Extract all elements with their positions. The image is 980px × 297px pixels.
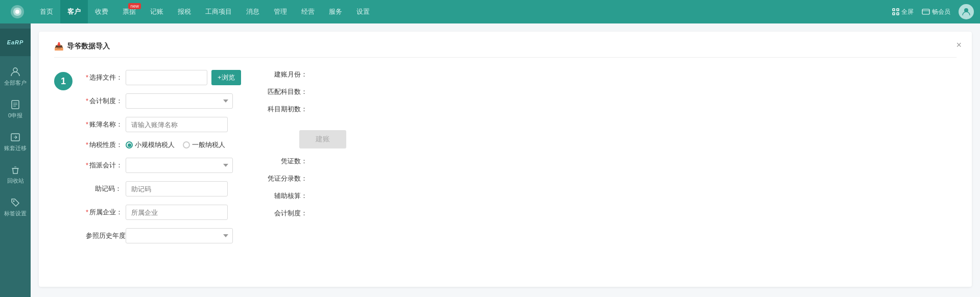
svg-point-11	[13, 201, 15, 202]
panel-header: 📥 导爷数据导入	[54, 42, 957, 58]
left-section: 1 *选择文件： +浏览	[54, 70, 241, 243]
step-indicator: 1	[54, 72, 73, 90]
memo-label: 助记码：	[86, 184, 122, 193]
nav-services[interactable]: 服务	[322, 0, 349, 23]
file-row: *选择文件： +浏览	[86, 70, 241, 85]
memo-row: 助记码：	[86, 181, 241, 196]
match-subjects-row: 匹配科目数：	[261, 87, 384, 96]
tax-type-general[interactable]: 一般纳税人	[183, 140, 225, 150]
ledger-name-label: *账簿名称：	[86, 120, 122, 129]
topbar-right: 全屏 畅会员	[892, 4, 974, 19]
sidebar-label-account-migrate: 账套迁移	[4, 144, 27, 152]
nav-messages[interactable]: 消息	[239, 0, 267, 23]
company-input[interactable]	[126, 205, 228, 220]
sidebar-label-tag-settings: 标签设置	[4, 210, 27, 217]
assign-accountant-label: *指派会计：	[86, 161, 122, 170]
sidebar-label-all-customers: 全部客户	[4, 79, 27, 87]
sidebar-item-recycle[interactable]: 回收站	[0, 159, 31, 190]
svg-rect-4	[893, 13, 895, 15]
auxiliary-label: 辅助核算：	[261, 191, 307, 201]
accounting-system-label: *会计制度：	[86, 96, 122, 106]
svg-rect-2	[893, 9, 895, 11]
svg-rect-6	[922, 9, 929, 14]
sidebar-item-tag-settings[interactable]: 标签设置	[0, 192, 31, 222]
file-label: *选择文件：	[86, 73, 122, 82]
build-month-label: 建账月份：	[261, 70, 307, 79]
panel-header-icon: 📥	[54, 42, 64, 51]
nav-settings[interactable]: 设置	[349, 0, 377, 23]
assign-accountant-row: *指派会计：	[86, 158, 241, 173]
svg-rect-5	[897, 13, 899, 15]
ledger-name-input[interactable]	[126, 117, 228, 132]
form-fields: *选择文件： +浏览 *会计制度：	[86, 70, 241, 243]
nav-accounts[interactable]: 记账	[143, 0, 171, 23]
nav-customers[interactable]: 客户	[60, 0, 88, 23]
vip-label: 畅会员	[932, 8, 950, 16]
logo	[6, 1, 29, 23]
ref-history-select[interactable]	[126, 228, 233, 243]
nav-invoice[interactable]: 票据 new	[115, 0, 143, 23]
ref-history-row: 参照历史年度：	[86, 228, 241, 243]
create-btn-row: 建账	[261, 126, 384, 148]
vouchers-row: 凭证数：	[261, 157, 384, 166]
memo-input[interactable]	[126, 181, 228, 196]
nav-operations[interactable]: 经营	[294, 0, 322, 23]
nav-home[interactable]: 首页	[33, 0, 60, 23]
right-section: 建账月份： 匹配科目数： 科目期初数： 建账	[261, 70, 384, 243]
svg-point-8	[13, 68, 17, 72]
radio-general-dot	[183, 141, 190, 148]
topbar: 首页 客户 收费 票据 new 记账 报税 工商项目 消息 管理 经营 服务 设…	[0, 0, 980, 23]
nav-items: 首页 客户 收费 票据 new 记账 报税 工商项目 消息 管理 经营 服务 设…	[33, 0, 892, 23]
auxiliary-row: 辅助核算：	[261, 191, 384, 201]
file-input[interactable]	[126, 70, 207, 85]
content: 📥 导爷数据导入 × 1 *选择文件：	[31, 23, 980, 297]
tax-type-small[interactable]: 小规模纳税人	[126, 140, 175, 150]
fullscreen-btn[interactable]: 全屏	[892, 8, 914, 16]
main-layout: EaRP 全部客户 0申报 账套迁移	[0, 23, 980, 297]
voucher-entries-label: 凭证分录数：	[261, 174, 307, 183]
tax-type-radio-group: 小规模纳税人 一般纳税人	[126, 140, 225, 150]
nav-tax[interactable]: 报税	[171, 0, 198, 23]
sidebar-label-recycle: 回收站	[7, 177, 24, 185]
ref-history-label: 参照历史年度：	[86, 231, 122, 240]
sidebar-item-all-customers[interactable]: 全部客户	[0, 61, 31, 92]
sidebar-logo: EaRP	[0, 29, 31, 56]
tax-type-row: *纳税性质： 小规模纳税人 一般纳税人	[86, 140, 241, 150]
initial-subjects-label: 科目期初数：	[261, 105, 307, 114]
vip-btn[interactable]: 畅会员	[922, 8, 950, 16]
create-account-button[interactable]: 建账	[299, 130, 346, 148]
nav-invoice-badge: new	[128, 3, 141, 9]
company-label: *所属企业：	[86, 208, 122, 217]
ledger-name-row: *账簿名称：	[86, 117, 241, 132]
vouchers-label: 凭证数：	[261, 157, 307, 166]
initial-subjects-row: 科目期初数：	[261, 105, 384, 114]
nav-billing[interactable]: 收费	[88, 0, 115, 23]
browse-button[interactable]: +浏览	[211, 70, 241, 85]
company-row: *所属企业：	[86, 205, 241, 220]
panel-title: 导爷数据导入	[67, 42, 110, 51]
assign-accountant-select[interactable]	[126, 158, 233, 173]
import-panel: 📥 导爷数据导入 × 1 *选择文件：	[39, 32, 972, 287]
build-month-row: 建账月份：	[261, 70, 384, 79]
fullscreen-label: 全屏	[901, 8, 914, 16]
form-layout: 1 *选择文件： +浏览	[54, 70, 957, 243]
close-button[interactable]: ×	[956, 40, 962, 51]
voucher-entries-row: 凭证分录数：	[261, 174, 384, 183]
right-accounting-system-row: 会计制度：	[261, 209, 384, 218]
sidebar-label-declaration: 0申报	[8, 112, 22, 119]
svg-rect-3	[897, 9, 899, 11]
svg-point-1	[15, 10, 19, 14]
nav-bizproject[interactable]: 工商项目	[198, 0, 239, 23]
user-avatar[interactable]	[959, 4, 974, 19]
radio-small-dot	[126, 141, 133, 148]
sidebar: EaRP 全部客户 0申报 账套迁移	[0, 23, 31, 297]
sidebar-item-declaration[interactable]: 0申报	[0, 94, 31, 125]
tax-type-label: *纳税性质：	[86, 140, 122, 150]
right-accounting-system-label: 会计制度：	[261, 209, 307, 218]
accounting-system-row: *会计制度：	[86, 93, 241, 109]
nav-management[interactable]: 管理	[267, 0, 294, 23]
sidebar-item-account-migrate[interactable]: 账套迁移	[0, 127, 31, 157]
accounting-system-select[interactable]	[126, 93, 233, 109]
match-subjects-label: 匹配科目数：	[261, 87, 307, 96]
